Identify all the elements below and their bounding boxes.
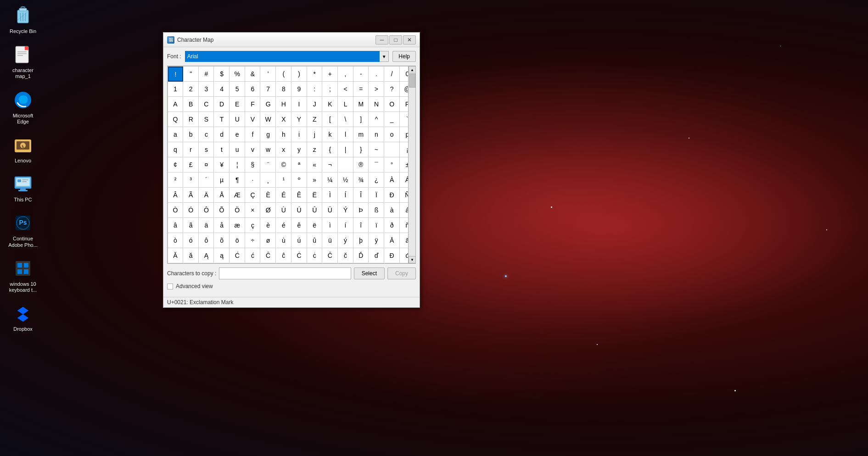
- char-cell[interactable]: S: [199, 112, 214, 127]
- char-cell[interactable]: ê: [292, 218, 307, 233]
- char-cell[interactable]: Ĉ: [261, 248, 276, 263]
- char-cell[interactable]: U: [230, 112, 245, 127]
- char-cell[interactable]: A: [168, 97, 183, 112]
- close-button[interactable]: ✕: [403, 35, 416, 44]
- char-cell[interactable]: h: [276, 127, 291, 142]
- char-cell[interactable]: ': [261, 67, 276, 82]
- char-cell[interactable]: ©: [276, 157, 291, 172]
- char-cell[interactable]: Ö: [230, 203, 245, 218]
- char-cell[interactable]: 8: [276, 82, 291, 97]
- char-cell[interactable]: ă: [184, 248, 199, 263]
- char-cell[interactable]: c: [199, 127, 214, 142]
- char-cell[interactable]: !: [168, 67, 183, 82]
- char-cell[interactable]: _: [385, 112, 400, 127]
- char-cell[interactable]: Ď: [353, 248, 369, 263]
- char-cell[interactable]: m: [353, 127, 369, 142]
- char-cell[interactable]: ö: [230, 233, 245, 248]
- char-cell[interactable]: 9: [292, 82, 307, 97]
- char-cell[interactable]: î: [353, 218, 369, 233]
- char-cell[interactable]: ]: [353, 112, 369, 127]
- char-cell[interactable]: /: [385, 67, 400, 82]
- char-cell[interactable]: B: [184, 97, 199, 112]
- char-cell[interactable]: Þ: [353, 203, 369, 218]
- char-cell[interactable]: õ: [214, 233, 230, 248]
- char-cell[interactable]: I: [292, 97, 307, 112]
- char-cell[interactable]: %: [230, 67, 245, 82]
- desktop-icon-windows10[interactable]: windows 10keyboard t...: [5, 257, 41, 293]
- char-cell[interactable]: æ: [230, 218, 245, 233]
- char-cell[interactable]: #: [199, 67, 214, 82]
- char-cell[interactable]: þ: [353, 233, 369, 248]
- char-cell[interactable]: $: [214, 67, 230, 82]
- char-cell[interactable]: ä: [199, 218, 214, 233]
- characters-to-copy-input[interactable]: [219, 267, 351, 279]
- font-dropdown-arrow[interactable]: ▼: [380, 51, 389, 62]
- char-cell[interactable]: ×: [245, 203, 260, 218]
- char-cell[interactable]: ì: [323, 218, 338, 233]
- char-cell[interactable]: Î: [353, 188, 369, 203]
- desktop-icon-dropbox[interactable]: Dropbox: [5, 302, 41, 332]
- char-cell[interactable]: č: [338, 248, 353, 263]
- advanced-view-checkbox[interactable]: [167, 284, 173, 289]
- char-cell[interactable]: ë: [307, 218, 322, 233]
- char-cell[interactable]: â: [168, 218, 183, 233]
- desktop-icon-recycle-bin[interactable]: Recycle Bin: [5, 5, 41, 34]
- scrollbar-track[interactable]: [409, 73, 415, 256]
- char-cell[interactable]: ­: [338, 157, 353, 172]
- char-cell[interactable]: Ā: [385, 233, 400, 248]
- maximize-button[interactable]: □: [389, 35, 402, 44]
- char-cell[interactable]: C: [199, 97, 214, 112]
- char-cell[interactable]: J: [307, 97, 322, 112]
- char-cell[interactable]: F: [245, 97, 260, 112]
- char-cell[interactable]: K: [323, 97, 338, 112]
- char-cell[interactable]: <: [338, 82, 353, 97]
- char-cell[interactable]: Æ: [230, 188, 245, 203]
- char-cell[interactable]: §: [245, 157, 260, 172]
- char-cell[interactable]: ~: [369, 142, 384, 157]
- char-cell[interactable]: O: [385, 97, 400, 112]
- char-cell[interactable]: Ï: [369, 188, 384, 203]
- char-cell[interactable]: ¢: [168, 157, 183, 172]
- desktop-icon-lenovo[interactable]: L Lenovo: [5, 134, 41, 164]
- char-cell[interactable]: v: [245, 142, 260, 157]
- char-cell[interactable]: È: [261, 188, 276, 203]
- char-cell[interactable]: q: [168, 142, 183, 157]
- char-cell[interactable]: -: [353, 67, 369, 82]
- char-cell[interactable]: Ý: [338, 203, 353, 218]
- char-cell[interactable]: 5: [230, 82, 245, 97]
- char-cell[interactable]: }: [353, 142, 369, 157]
- char-cell[interactable]: r: [184, 142, 199, 157]
- char-cell[interactable]: ð: [385, 218, 400, 233]
- char-cell[interactable]: s: [199, 142, 214, 157]
- char-cell[interactable]: t: [214, 142, 230, 157]
- char-cell[interactable]: ^: [369, 112, 384, 127]
- char-cell[interactable]: ": [184, 67, 199, 82]
- char-cell[interactable]: ¯: [369, 157, 384, 172]
- char-cell[interactable]: Ä: [199, 188, 214, 203]
- char-cell[interactable]: ó: [184, 233, 199, 248]
- char-cell[interactable]: a: [168, 127, 183, 142]
- char-cell[interactable]: Z: [307, 112, 322, 127]
- char-cell[interactable]: Ü: [323, 203, 338, 218]
- char-cell[interactable]: g: [261, 127, 276, 142]
- char-cell[interactable]: û: [307, 233, 322, 248]
- char-cell[interactable]: ĉ: [276, 248, 291, 263]
- char-cell[interactable]: ²: [168, 172, 183, 188]
- char-cell[interactable]: Ð: [385, 188, 400, 203]
- char-cell[interactable]: è: [261, 218, 276, 233]
- char-cell[interactable]: Ć: [230, 248, 245, 263]
- char-cell[interactable]: ċ: [307, 248, 322, 263]
- char-cell[interactable]: É: [276, 188, 291, 203]
- char-cell[interactable]: ø: [261, 233, 276, 248]
- char-cell[interactable]: ą: [214, 248, 230, 263]
- char-cell[interactable]: [: [323, 112, 338, 127]
- scrollbar-up-button[interactable]: ▲: [409, 66, 416, 73]
- char-cell[interactable]: Y: [292, 112, 307, 127]
- char-cell[interactable]: ?: [385, 82, 400, 97]
- char-cell[interactable]: Ø: [261, 203, 276, 218]
- copy-button[interactable]: Copy: [387, 267, 416, 279]
- char-cell[interactable]: ã: [184, 218, 199, 233]
- char-cell[interactable]: j: [307, 127, 322, 142]
- scrollbar[interactable]: ▲ ▼: [408, 66, 415, 263]
- char-cell[interactable]: Đ: [385, 248, 400, 263]
